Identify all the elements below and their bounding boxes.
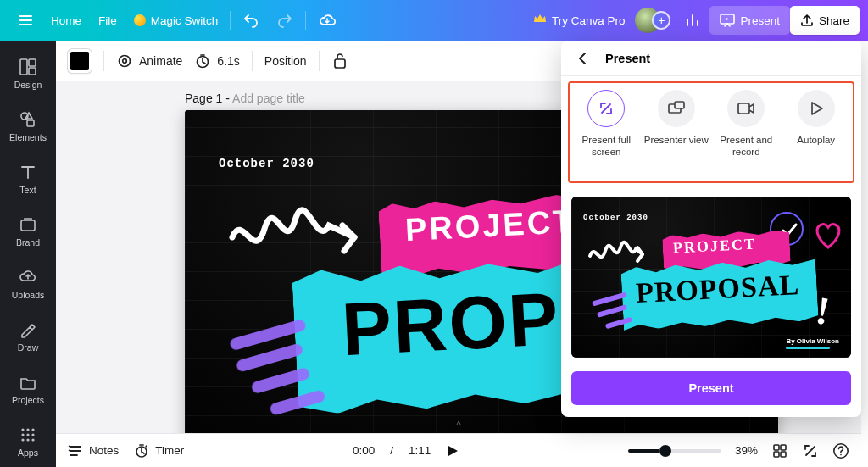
rail-apps[interactable]: Apps xyxy=(2,417,54,467)
mode-present-record[interactable]: Present and record xyxy=(712,90,780,158)
rail-label: Draw xyxy=(18,342,39,353)
slide-date: October 2030 xyxy=(219,157,314,170)
mode-label: Present full screen xyxy=(572,134,640,158)
stopwatch-icon xyxy=(134,443,149,459)
mode-label: Presenter view xyxy=(644,134,709,146)
svg-rect-24 xyxy=(774,445,779,450)
chevron-left-icon xyxy=(576,52,590,65)
notes-label: Notes xyxy=(89,444,119,457)
svg-rect-3 xyxy=(29,68,36,75)
present-button[interactable]: Present xyxy=(709,6,790,35)
notes-button[interactable]: Notes xyxy=(68,443,119,459)
crown-icon xyxy=(533,14,547,28)
present-label: Present xyxy=(740,14,780,27)
time-current: 0:00 xyxy=(353,444,375,457)
position-button[interactable]: Position xyxy=(264,54,307,68)
present-cta-label: Present xyxy=(688,381,733,395)
mode-presenter-view[interactable]: Presenter view xyxy=(643,90,710,146)
top-bar: Home File Magic Switch Try Canva Pro + P… xyxy=(0,0,868,41)
notes-icon xyxy=(68,443,83,459)
try-pro-label: Try Canva Pro xyxy=(552,14,626,27)
page-label-prefix: Page 1 - xyxy=(185,92,232,105)
chalk-stroke-icon xyxy=(592,292,627,306)
grid-view-button[interactable] xyxy=(771,442,788,459)
magic-switch-label: Magic Switch xyxy=(151,14,219,27)
playback-controls: 0:00 / 1:11 xyxy=(184,444,628,458)
separator xyxy=(252,51,253,71)
try-canva-pro-button[interactable]: Try Canva Pro xyxy=(523,8,636,33)
svg-rect-21 xyxy=(675,102,684,108)
rail-label: Text xyxy=(19,185,36,195)
back-button[interactable] xyxy=(573,48,593,69)
present-panel: Present Present full screen Presenter vi… xyxy=(561,41,861,417)
svg-point-15 xyxy=(31,438,34,441)
thumb-date: October 2030 xyxy=(583,214,648,222)
mode-label: Autoplay xyxy=(797,134,835,146)
chalk-stroke-icon xyxy=(269,389,326,416)
redo-button[interactable] xyxy=(268,7,302,34)
chalk-stroke-icon xyxy=(597,304,627,318)
rail-text[interactable]: Text xyxy=(2,154,54,205)
bottom-bar: Notes Timer 0:00 / 1:11 39% xyxy=(56,433,861,467)
mode-full-screen[interactable]: Present full screen xyxy=(572,90,640,158)
home-label: Home xyxy=(51,14,81,27)
presenter-icon xyxy=(667,100,686,117)
rail-uploads[interactable]: Uploads xyxy=(2,259,54,310)
separator xyxy=(305,11,306,30)
share-button[interactable]: Share xyxy=(790,6,860,35)
present-cta-button[interactable]: Present xyxy=(571,371,851,405)
position-label: Position xyxy=(264,54,307,68)
slide-thumbnail[interactable]: October 2030 PROJECT PROPOSAL ! By Olivi… xyxy=(571,197,851,358)
svg-point-13 xyxy=(21,438,24,441)
lock-button[interactable] xyxy=(331,52,348,70)
home-button[interactable]: Home xyxy=(42,9,90,32)
present-icon xyxy=(720,14,735,27)
svg-rect-2 xyxy=(29,59,36,66)
zoom-slider[interactable] xyxy=(628,449,721,453)
mode-label: Present and record xyxy=(712,134,780,158)
play-button[interactable] xyxy=(446,444,459,458)
add-collaborator-button[interactable]: + xyxy=(652,11,670,30)
page-title[interactable]: Page 1 - Add page title xyxy=(185,92,305,105)
menu-button[interactable] xyxy=(8,7,42,34)
help-button[interactable] xyxy=(832,442,849,459)
rail-label: Uploads xyxy=(12,290,45,300)
svg-point-9 xyxy=(31,428,34,431)
analytics-button[interactable] xyxy=(676,7,709,34)
rail-draw[interactable]: Draw xyxy=(2,312,54,363)
fullscreen-button[interactable] xyxy=(802,442,819,459)
magic-switch-button[interactable]: Magic Switch xyxy=(125,9,227,32)
rail-design[interactable]: Design xyxy=(2,49,54,100)
page-label-hint: Add page title xyxy=(232,92,305,105)
rail-label: Elements xyxy=(9,132,47,142)
animate-button[interactable]: Animate xyxy=(116,53,182,69)
svg-point-11 xyxy=(26,433,29,436)
magic-switch-icon xyxy=(134,14,146,26)
duration-button[interactable]: 6.1s xyxy=(194,53,239,69)
mode-autoplay[interactable]: Autoplay xyxy=(782,90,850,146)
page-drawer-handle[interactable] xyxy=(444,429,473,434)
time-total: 1:11 xyxy=(409,444,431,457)
rail-elements[interactable]: Elements xyxy=(2,102,54,153)
svg-rect-27 xyxy=(781,452,786,457)
svg-rect-1 xyxy=(20,59,27,75)
file-label: File xyxy=(98,14,117,27)
timer-label: Timer xyxy=(155,444,184,457)
heart-doodle-icon xyxy=(810,219,846,253)
share-icon xyxy=(800,14,814,27)
rail-label: Design xyxy=(14,80,42,90)
undo-button[interactable] xyxy=(234,7,268,34)
rail-brand[interactable]: Brand xyxy=(2,207,54,258)
timer-button[interactable]: Timer xyxy=(134,443,184,459)
svg-rect-5 xyxy=(27,120,34,126)
share-label: Share xyxy=(819,14,849,27)
rail-projects[interactable]: Projects xyxy=(2,364,54,415)
animate-icon xyxy=(116,53,133,69)
svg-point-17 xyxy=(123,58,127,63)
file-button[interactable]: File xyxy=(90,9,125,32)
separator xyxy=(319,51,320,71)
svg-point-7 xyxy=(21,428,24,431)
svg-rect-26 xyxy=(774,452,779,457)
cloud-sync-button[interactable] xyxy=(309,7,345,34)
background-color-swatch[interactable] xyxy=(68,49,92,73)
